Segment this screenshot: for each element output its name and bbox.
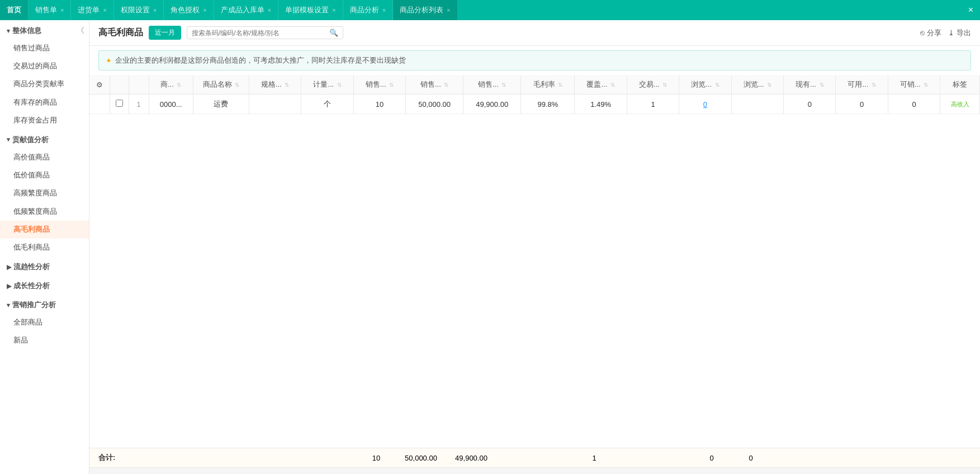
export-btn[interactable]: ⤓ 导出 (948, 28, 971, 38)
sidebar-item-sales-goods[interactable]: 销售过商品 (0, 39, 89, 57)
sort-icon-15: ⇅ (924, 82, 928, 88)
th-margin-rate[interactable]: 毛利率 ⇅ (521, 75, 575, 95)
close-tab-product-analysis[interactable]: × (382, 7, 386, 13)
cell-browse1[interactable]: 0 (679, 95, 731, 114)
sort-icon-10: ⇅ (662, 82, 667, 88)
th-browse2[interactable]: 浏览... ⇅ (731, 75, 783, 95)
tab-role-permission[interactable]: 角色授权 × (164, 0, 214, 20)
cell-available-stock: 0 (836, 95, 888, 114)
close-all-tabs[interactable]: × (962, 5, 980, 15)
sort-icon-7: ⇅ (501, 82, 506, 88)
arrow-icon-3: ▶ (7, 264, 11, 271)
sidebar-item-inventory-goods[interactable]: 有库存的商品 (0, 93, 89, 111)
content-area: 高毛利商品 近一月 🔍 ⎋ 分享 ⤓ 导出 ✦ 企业的主要的利润都是这部分商品创… (89, 20, 980, 474)
sort-icon-5: ⇅ (389, 82, 394, 88)
th-unit[interactable]: 计量... ⇅ (301, 75, 353, 95)
sidebar-item-low-value-goods[interactable]: 低价值商品 (0, 166, 89, 184)
footer-sales-amount: 50,000.00 (396, 454, 446, 462)
close-tab-template-settings[interactable]: × (332, 7, 335, 13)
cell-saleable-stock: 0 (888, 95, 940, 114)
cell-checkbox[interactable] (110, 95, 129, 114)
data-table: ⚙ 商... ⇅ 商品名称 ⇅ 规格... ⇅ (89, 75, 980, 114)
sort-icon-2: ⇅ (235, 82, 239, 88)
th-sales-amount[interactable]: 销售... ⇅ (406, 75, 463, 95)
sidebar-group-overall-info[interactable]: ▾ 整体信息 (0, 20, 89, 39)
sort-icon-9: ⇅ (610, 82, 615, 88)
tab-product-analysis[interactable]: 商品分析 × (343, 0, 393, 20)
cell-settings (89, 95, 110, 114)
tab-sales-order[interactable]: 销售单 × (29, 0, 71, 20)
sidebar-item-low-margin-goods[interactable]: 低毛利商品 (0, 238, 89, 256)
sidebar-collapse-btn[interactable]: 《 (77, 26, 84, 36)
th-saleable-stock[interactable]: 可销... ⇅ (888, 75, 940, 95)
sidebar-group-marketing-analysis[interactable]: ▾ 营销推广分析 (0, 294, 89, 313)
th-spec[interactable]: 规格... ⇅ (249, 75, 301, 95)
cell-trans-count: 1 (627, 95, 679, 114)
footer-trans-count: 1 (575, 454, 614, 462)
th-goods-name[interactable]: 商品名称 ⇅ (193, 75, 249, 95)
cell-margin-rate: 99.8% (521, 95, 575, 114)
th-sales-cost[interactable]: 销售... ⇅ (463, 75, 521, 95)
close-tab-role-permission[interactable]: × (203, 7, 206, 13)
th-available-stock[interactable]: 可用... ⇅ (836, 75, 888, 95)
sidebar-item-low-freq-goods[interactable]: 低频繁度商品 (0, 203, 89, 220)
tab-product-entry[interactable]: 产成品入库单 × (214, 0, 278, 20)
close-tab-product-entry[interactable]: × (268, 7, 271, 13)
sidebar-item-high-freq-goods[interactable]: 高频繁度商品 (0, 184, 89, 202)
info-icon: ✦ (106, 57, 112, 65)
th-settings[interactable]: ⚙ (89, 75, 110, 95)
horizontal-scrollbar[interactable] (89, 467, 980, 474)
th-goods-code[interactable]: 商... ⇅ (149, 75, 193, 95)
th-trans-count[interactable]: 交易... ⇅ (627, 75, 679, 95)
th-browse1[interactable]: 浏览... ⇅ (679, 75, 731, 95)
close-tab-sales-order[interactable]: × (60, 7, 64, 13)
filter-recent-month-btn[interactable]: 近一月 (149, 26, 181, 40)
sidebar-item-all-goods[interactable]: 全部商品 (0, 313, 89, 331)
search-icon[interactable]: 🔍 (329, 29, 338, 37)
page-title: 高毛利商品 (98, 27, 143, 39)
sidebar-item-goods-contribution[interactable]: 商品分类贡献率 (0, 75, 89, 93)
cell-coverage: 1.49% (575, 95, 627, 114)
footer-cells: 10 50,000.00 49,900.00 1 0 0 (132, 454, 971, 462)
sidebar-item-high-value-goods[interactable]: 高价值商品 (0, 148, 89, 166)
footer-unit (323, 454, 357, 462)
cell-sales-cost: 49,900.00 (463, 95, 521, 114)
close-tab-permission-settings[interactable]: × (153, 7, 157, 13)
top-nav: 首页 销售单 × 进货单 × 权限设置 × 角色授权 × 产成品入库单 × 单据… (0, 0, 980, 20)
content-header: 高毛利商品 近一月 🔍 ⎋ 分享 ⤓ 导出 (89, 20, 980, 46)
th-coverage[interactable]: 覆盖... ⇅ (575, 75, 627, 95)
th-current-stock[interactable]: 现有... ⇅ (784, 75, 836, 95)
tab-product-analysis-list[interactable]: 商品分析列表 × (393, 0, 457, 20)
sidebar-item-high-margin-goods[interactable]: 高毛利商品 (0, 220, 89, 238)
table-header-row: ⚙ 商... ⇅ 商品名称 ⇅ 规格... ⇅ (89, 75, 980, 95)
th-tag[interactable]: 标签 (940, 75, 980, 95)
sort-icon-4: ⇅ (337, 82, 342, 88)
table-container: ⚙ 商... ⇅ 商品名称 ⇅ 规格... ⇅ (89, 75, 980, 448)
share-btn[interactable]: ⎋ 分享 (920, 28, 941, 38)
cell-goods-code: 0000... (149, 95, 193, 114)
tab-purchase-order[interactable]: 进货单 × (71, 0, 113, 20)
tab-permission-settings[interactable]: 权限设置 × (114, 0, 164, 20)
sidebar-group-finance-analysis[interactable]: ▾ 贡献值分析 (0, 129, 89, 148)
tab-home[interactable]: 首页 (0, 0, 29, 20)
sidebar-group-trend-analysis[interactable]: ▶ 流趋性分析 (0, 256, 89, 275)
sidebar-item-inventory-capital[interactable]: 库存资金占用 (0, 111, 89, 129)
header-actions: ⎋ 分享 ⤓ 导出 (920, 28, 971, 38)
arrow-icon: ▾ (7, 27, 10, 35)
cell-sales-amount: 50,000.00 (406, 95, 463, 114)
sidebar-item-new-goods[interactable]: 新品 (0, 331, 89, 349)
cell-spec (249, 95, 301, 114)
close-tab-product-analysis-list[interactable]: × (447, 7, 450, 13)
close-tab-purchase-order[interactable]: × (103, 7, 106, 13)
arrow-icon-4: ▶ (7, 283, 11, 290)
footer-sales-qty: 10 (357, 454, 396, 462)
sort-icon-6: ⇅ (444, 82, 448, 88)
sort-icon-3: ⇅ (285, 82, 289, 88)
th-sales-qty[interactable]: 销售... ⇅ (353, 75, 405, 95)
tab-template-settings[interactable]: 单据模板设置 × (278, 0, 343, 20)
row-checkbox[interactable] (116, 100, 123, 107)
sort-icon-13: ⇅ (820, 82, 824, 88)
sidebar-group-growth-analysis[interactable]: ▶ 成长性分析 (0, 275, 89, 294)
sidebar-item-traded-goods[interactable]: 交易过的商品 (0, 57, 89, 75)
search-input[interactable] (192, 29, 327, 37)
